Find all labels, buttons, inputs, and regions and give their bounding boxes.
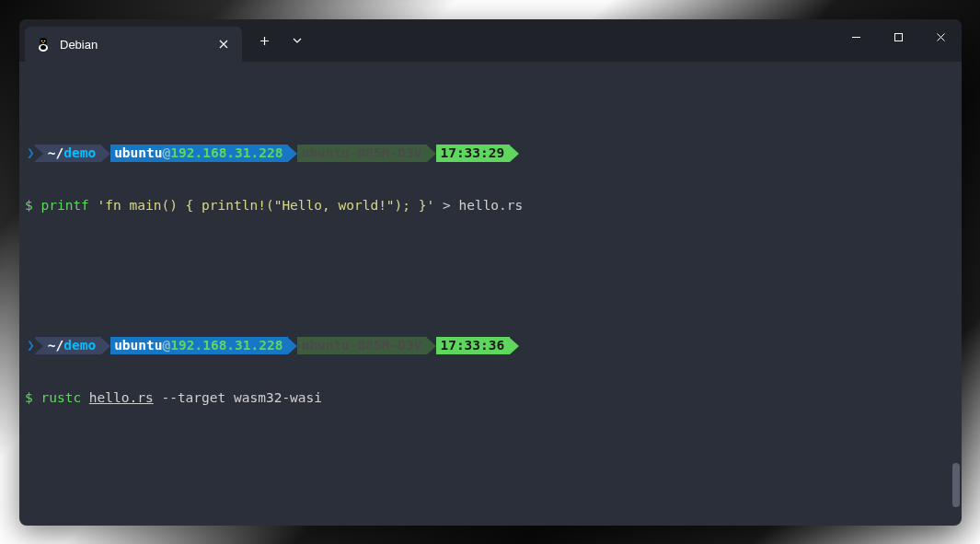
prompt-line: ❯ ~/demo ubuntu@192.168.31.228ubuntu-B85…: [25, 337, 956, 354]
terminal-window: Debian ❯: [19, 19, 962, 526]
user: ubuntu: [114, 145, 162, 162]
arrow-icon: [427, 338, 436, 354]
time-segment: 17:33:36: [436, 337, 510, 354]
command-line: $ rustc hello.rs --target wasm32-wasi: [25, 389, 956, 407]
arrow-icon: [510, 145, 519, 162]
path-dir: demo: [63, 337, 96, 354]
at: @: [163, 145, 171, 162]
tab-debian[interactable]: Debian: [25, 27, 242, 62]
command-string: 'fn main() { println!("Hello, world!"); …: [98, 198, 435, 213]
ip: 192.168.31.228: [170, 145, 282, 162]
user: ubuntu: [114, 337, 162, 354]
prompt-line: ❯ ~/demo ubuntu@192.168.31.228ubuntu-B85…: [25, 145, 956, 162]
command-file: hello.rs: [89, 390, 154, 405]
command: rustc: [40, 390, 88, 405]
prompt-symbol: $: [25, 198, 40, 213]
tab-controls: [248, 25, 314, 56]
path-prefix: ~/: [48, 145, 63, 162]
svg-point-2: [40, 45, 46, 50]
close-tab-button[interactable]: [216, 37, 231, 52]
path-segment: ~/demo: [35, 145, 101, 162]
path-segment: ~/demo: [35, 337, 101, 354]
command: printf: [40, 198, 88, 213]
window-controls: [835, 19, 962, 54]
svg-point-0: [40, 38, 47, 45]
host-segment: ubuntu@192.168.31.228: [110, 337, 288, 354]
minimize-button[interactable]: [835, 19, 877, 54]
arrow-icon: [101, 145, 110, 162]
arrow-icon: [510, 338, 519, 354]
path-prefix: ~/: [48, 337, 63, 354]
time-segment: 17:33:29: [436, 145, 510, 162]
command-line: $ printf 'fn main() { println!("Hello, w…: [25, 197, 956, 214]
prompt-symbol: $: [25, 390, 40, 405]
host-segment: ubuntu@192.168.31.228: [110, 145, 288, 162]
arrow-icon: [427, 145, 436, 162]
tab-dropdown-button[interactable]: [281, 25, 314, 56]
scrollbar[interactable]: [952, 463, 960, 507]
arrow-icon: [288, 338, 297, 354]
svg-point-3: [41, 41, 43, 42]
tab-title: Debian: [60, 38, 207, 52]
command-rest: > hello.rs: [434, 198, 523, 213]
new-tab-button[interactable]: [248, 25, 281, 56]
command-rest: --target wasm32-wasi: [154, 390, 322, 405]
svg-point-4: [44, 41, 46, 42]
tux-icon: [36, 37, 51, 52]
arrow-icon: [101, 338, 110, 354]
svg-rect-5: [894, 33, 902, 41]
ip: 192.168.31.228: [170, 337, 282, 354]
titlebar: Debian: [19, 19, 962, 62]
path-dir: demo: [63, 145, 96, 162]
close-window-button[interactable]: [919, 19, 962, 54]
terminal-content[interactable]: ❯ ~/demo ubuntu@192.168.31.228ubuntu-B85…: [19, 62, 962, 526]
maximize-button[interactable]: [877, 19, 919, 54]
machine-segment: ubuntu-B85M-D3V: [297, 145, 427, 162]
arrow-icon: [288, 145, 297, 162]
machine-segment: ubuntu-B85M-D3V: [297, 337, 427, 354]
at: @: [163, 337, 171, 354]
